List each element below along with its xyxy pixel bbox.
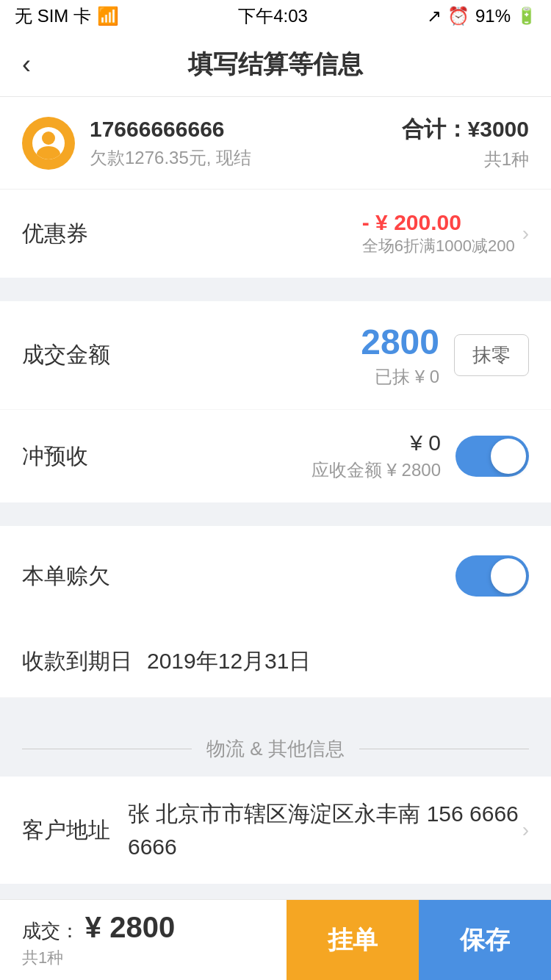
prepay-row: 冲预收 ¥ 0 应收金额 ¥ 2800 xyxy=(0,410,551,502)
bottom-deal-label: 成交： xyxy=(22,920,79,942)
coupon-right: - ¥ 200.00 全场6折满1000减200 › xyxy=(362,210,529,257)
bottom-bar: 成交： ¥ 2800 共1种 挂单 保存 xyxy=(0,899,551,980)
customer-phone: 17666666666 xyxy=(90,117,251,142)
address-label: 客户地址 xyxy=(22,815,110,846)
wifi-icon: 📶 xyxy=(97,6,119,26)
header: ‹ 填写结算等信息 xyxy=(0,32,551,97)
customer-left: 17666666666 欠款1276.35元, 现结 xyxy=(22,117,251,170)
deal-amount-row: 成交金额 2800 已抹 ¥ 0 抹零 xyxy=(0,301,551,410)
total-amount: 合计：¥3000 xyxy=(402,115,529,145)
defer-label: 本单赊欠 xyxy=(22,561,110,591)
address-chevron-icon: › xyxy=(522,818,529,842)
prepay-amount-block: ¥ 0 应收金额 ¥ 2800 xyxy=(311,430,441,482)
customer-row: 17666666666 欠款1276.35元, 现结 合计：¥3000 共1种 xyxy=(0,97,551,189)
address-value: 张 北京市市辖区海淀区永丰南 156 6666 6666 xyxy=(128,797,522,863)
clock-icon: ⏰ xyxy=(447,6,469,26)
battery-text: 91% xyxy=(475,6,511,26)
pending-button[interactable]: 挂单 xyxy=(287,900,419,981)
bottom-deal-amount: ¥ 2800 xyxy=(85,911,175,943)
customer-info: 17666666666 欠款1276.35元, 现结 xyxy=(90,117,251,170)
coupon-label: 优惠券 xyxy=(22,219,88,249)
divider-line-left xyxy=(22,749,192,749)
bottom-count: 共1种 xyxy=(22,947,264,969)
address-card: 客户地址 张 北京市市辖区海淀区永丰南 156 6666 6666 › xyxy=(0,777,551,884)
status-left: 无 SIM 卡 📶 xyxy=(15,4,119,28)
status-right: ↗ ⏰ 91% 🔋 xyxy=(427,6,536,26)
logistics-divider: 物流 & 其他信息 xyxy=(0,721,551,777)
section-divider-1 xyxy=(0,289,551,301)
defer-row: 本单赊欠 xyxy=(0,526,551,626)
due-date-value: 2019年12月31日 xyxy=(147,646,311,677)
defer-card: 本单赊欠 收款到期日 2019年12月31日 xyxy=(0,526,551,698)
due-date-row: 收款到期日 2019年12月31日 xyxy=(0,626,551,698)
prepay-sub: 应收金额 ¥ 2800 xyxy=(311,458,441,482)
header-title: 填写结算等信息 xyxy=(188,48,363,82)
bottom-summary: 成交： ¥ 2800 共1种 xyxy=(0,911,287,969)
avatar xyxy=(22,117,75,170)
section-divider-2 xyxy=(0,514,551,526)
chevron-right-icon: › xyxy=(522,222,529,245)
location-icon: ↗ xyxy=(427,6,442,26)
deal-amount-value: 2800 xyxy=(361,322,439,362)
deal-amount-card: 成交金额 2800 已抹 ¥ 0 抹零 冲预收 ¥ 0 应收金额 ¥ 2800 xyxy=(0,301,551,502)
address-row[interactable]: 客户地址 张 北京市市辖区海淀区永丰南 156 6666 6666 › xyxy=(0,777,551,884)
coupon-discount: - ¥ 200.00 xyxy=(362,210,515,235)
prepay-amount: ¥ 0 xyxy=(311,430,441,455)
prepay-right: ¥ 0 应收金额 ¥ 2800 xyxy=(311,430,529,482)
deal-amount-right: 2800 已抹 ¥ 0 抹零 xyxy=(361,322,529,389)
toggle-circle xyxy=(491,439,526,474)
content: 17666666666 欠款1276.35元, 现结 合计：¥3000 共1种 … xyxy=(0,97,551,980)
customer-sub: 欠款1276.35元, 现结 xyxy=(90,146,251,170)
prepay-label: 冲预收 xyxy=(22,442,88,472)
back-button[interactable]: ‹ xyxy=(22,49,31,80)
battery-icon: 🔋 xyxy=(516,7,536,26)
total-count: 共1种 xyxy=(402,148,529,171)
status-bar: 无 SIM 卡 📶 下午4:03 ↗ ⏰ 91% 🔋 xyxy=(0,0,551,32)
divider-line-right xyxy=(359,749,529,749)
customer-right: 合计：¥3000 共1种 xyxy=(402,115,529,171)
bottom-deal-line: 成交： ¥ 2800 xyxy=(22,911,264,944)
due-date-label: 收款到期日 xyxy=(22,646,132,677)
coupon-desc: 全场6折满1000减200 xyxy=(362,235,515,257)
coupon-row[interactable]: 优惠券 - ¥ 200.00 全场6折满1000减200 › xyxy=(0,189,551,278)
customer-card: 17666666666 欠款1276.35元, 现结 合计：¥3000 共1种 … xyxy=(0,97,551,278)
amount-block: 2800 已抹 ¥ 0 xyxy=(361,322,439,389)
deal-amount-erased: 已抹 ¥ 0 xyxy=(375,365,439,389)
round-zero-button[interactable]: 抹零 xyxy=(454,334,529,376)
section-divider-3 xyxy=(0,710,551,721)
logistics-text: 物流 & 其他信息 xyxy=(206,736,345,762)
deal-amount-label: 成交金额 xyxy=(22,340,110,370)
defer-toggle-circle xyxy=(491,558,526,594)
prepay-toggle[interactable] xyxy=(455,436,529,477)
signal-text: 无 SIM 卡 xyxy=(15,4,91,28)
status-time: 下午4:03 xyxy=(238,4,308,28)
defer-toggle[interactable] xyxy=(455,555,529,597)
save-button[interactable]: 保存 xyxy=(419,900,551,981)
avatar-icon xyxy=(32,127,65,159)
